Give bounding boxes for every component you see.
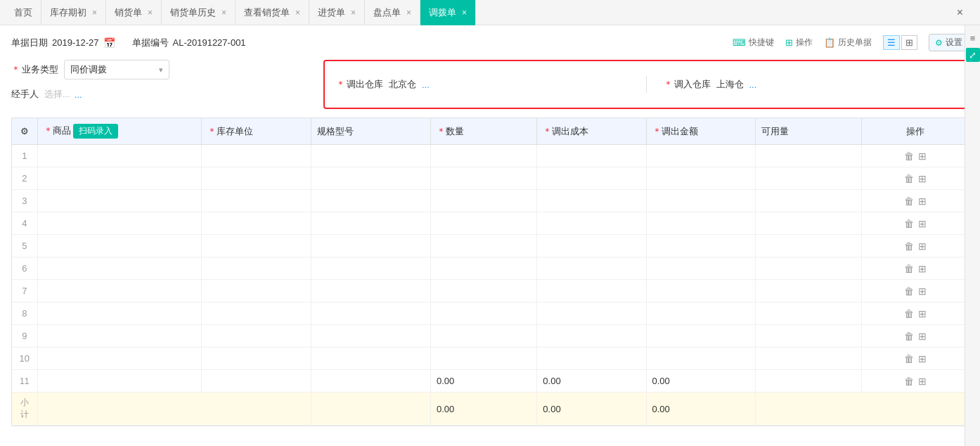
row-amount[interactable]: [646, 348, 755, 370]
tab-view-sales-close[interactable]: ×: [295, 8, 300, 18]
row-cost[interactable]: [537, 348, 646, 370]
row-available[interactable]: [755, 348, 861, 370]
row-amount[interactable]: [646, 167, 755, 190]
delete-icon[interactable]: 🗑: [904, 331, 914, 342]
row-amount[interactable]: [646, 145, 755, 167]
row-qty[interactable]: [430, 167, 536, 190]
row-unit[interactable]: [202, 212, 311, 235]
biz-type-select[interactable]: 同价调拨 ▾: [64, 60, 169, 79]
row-spec[interactable]: [311, 190, 430, 212]
row-product[interactable]: [37, 190, 202, 212]
delete-icon[interactable]: 🗑: [904, 196, 914, 207]
row-spec[interactable]: [311, 235, 430, 257]
delete-icon[interactable]: 🗑: [904, 308, 914, 319]
row-product[interactable]: [37, 145, 202, 167]
row-product[interactable]: [37, 235, 202, 257]
tab-sales-order[interactable]: 销货单 ×: [106, 0, 162, 25]
row-unit[interactable]: [202, 257, 311, 280]
copy-icon[interactable]: ⊞: [918, 218, 927, 229]
tab-purchase-order[interactable]: 进货单 ×: [309, 0, 365, 25]
row-available[interactable]: [755, 235, 861, 257]
row-available[interactable]: [755, 167, 861, 190]
tab-inventory-init[interactable]: 库存期初 ×: [41, 0, 106, 25]
operation-button[interactable]: ⊞ 操作: [785, 37, 813, 49]
row-available[interactable]: [755, 280, 861, 302]
gear-icon[interactable]: ⚙: [20, 126, 29, 136]
row-spec[interactable]: [311, 167, 430, 190]
row-product[interactable]: [37, 302, 202, 325]
row-qty[interactable]: [430, 325, 536, 348]
row-cost[interactable]: [537, 190, 646, 212]
row-unit[interactable]: [202, 280, 311, 302]
row-cost[interactable]: [537, 325, 646, 348]
copy-icon[interactable]: ⊞: [918, 263, 927, 274]
row-cost[interactable]: [537, 145, 646, 167]
copy-icon[interactable]: ⊞: [918, 151, 927, 162]
row-amount[interactable]: [646, 325, 755, 348]
row-available[interactable]: [755, 302, 861, 325]
row-qty[interactable]: [430, 145, 536, 167]
row-cost[interactable]: [537, 280, 646, 302]
shortcut-button[interactable]: ⌨ 快捷键: [733, 37, 774, 49]
row-available[interactable]: [755, 257, 861, 280]
row-spec[interactable]: [311, 257, 430, 280]
view-list-button[interactable]: ☰: [883, 35, 900, 50]
row-spec[interactable]: [311, 348, 430, 370]
tab-view-sales[interactable]: 查看销货单 ×: [236, 0, 309, 25]
copy-icon[interactable]: ⊞: [918, 286, 927, 297]
delete-icon[interactable]: 🗑: [904, 241, 914, 252]
row-cost[interactable]: [537, 257, 646, 280]
row-unit[interactable]: [202, 145, 311, 167]
row-amount[interactable]: [646, 235, 755, 257]
row-amount[interactable]: [646, 257, 755, 280]
row-unit[interactable]: [202, 190, 311, 212]
delete-icon[interactable]: 🗑: [904, 218, 914, 229]
row-unit[interactable]: [202, 235, 311, 257]
row-available[interactable]: [755, 325, 861, 348]
row-amount[interactable]: [646, 190, 755, 212]
calendar-icon[interactable]: 📅: [103, 37, 115, 49]
row-spec[interactable]: [311, 145, 430, 167]
tab-transfer-order[interactable]: 调拨单 ×: [420, 0, 476, 25]
tab-sales-history[interactable]: 销货单历史 ×: [162, 0, 236, 25]
row-spec[interactable]: [311, 325, 430, 348]
row-spec[interactable]: [311, 302, 430, 325]
history-button[interactable]: 📋 历史单据: [824, 37, 872, 49]
row-unit[interactable]: [202, 167, 311, 190]
settings-button[interactable]: ⚙ 设置: [929, 34, 969, 51]
row-product[interactable]: [37, 348, 202, 370]
subtotal-copy-icon[interactable]: ⊞: [918, 376, 927, 387]
transfer-out-more-button[interactable]: ...: [422, 79, 430, 90]
operator-placeholder[interactable]: 选择...: [44, 88, 70, 101]
copy-icon[interactable]: ⊞: [918, 241, 927, 252]
row-product[interactable]: [37, 167, 202, 190]
copy-icon[interactable]: ⊞: [918, 308, 927, 319]
scan-button[interactable]: 扫码录入: [73, 124, 118, 139]
tab-inventory-count-close[interactable]: ×: [406, 8, 411, 18]
delete-icon[interactable]: 🗑: [904, 353, 914, 364]
transfer-in-more-button[interactable]: ...: [749, 79, 757, 90]
tab-inventory-init-close[interactable]: ×: [92, 8, 97, 18]
delete-icon[interactable]: 🗑: [904, 263, 914, 274]
row-unit[interactable]: [202, 302, 311, 325]
subtotal-delete-icon[interactable]: 🗑: [904, 376, 914, 387]
delete-icon[interactable]: 🗑: [904, 286, 914, 297]
copy-icon[interactable]: ⊞: [918, 331, 927, 342]
row-unit[interactable]: [202, 348, 311, 370]
sidebar-list-icon[interactable]: ≡: [966, 31, 980, 45]
row-product[interactable]: [37, 325, 202, 348]
copy-icon[interactable]: ⊞: [918, 353, 927, 364]
tab-inventory-count[interactable]: 盘点单 ×: [365, 0, 420, 25]
row-available[interactable]: [755, 190, 861, 212]
row-qty[interactable]: [430, 190, 536, 212]
copy-icon[interactable]: ⊞: [918, 196, 927, 207]
row-amount[interactable]: [646, 302, 755, 325]
delete-icon[interactable]: 🗑: [904, 173, 914, 184]
row-cost[interactable]: [537, 235, 646, 257]
row-available[interactable]: [755, 212, 861, 235]
row-qty[interactable]: [430, 280, 536, 302]
delete-icon[interactable]: 🗑: [904, 151, 914, 162]
row-qty[interactable]: [430, 257, 536, 280]
tab-home[interactable]: 首页: [6, 0, 41, 25]
copy-icon[interactable]: ⊞: [918, 173, 927, 184]
